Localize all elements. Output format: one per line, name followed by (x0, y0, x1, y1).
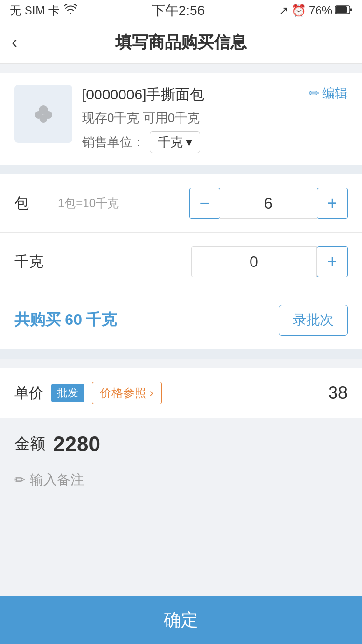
product-card: 智计 [0000006]手撕面包 现存0千克 可用0千克 销售单位： 千克 ▾ … (0, 73, 362, 165)
unit-select[interactable]: 千克 ▾ (150, 131, 200, 153)
battery-label: 76% (309, 4, 332, 17)
bao-input-section: 包 1包=10千克 − + 千克 + (0, 174, 362, 291)
dropdown-icon: ▾ (186, 135, 192, 150)
product-info: [0000006]手撕面包 现存0千克 可用0千克 销售单位： 千克 ▾ (82, 85, 348, 153)
batch-button[interactable]: 录批次 (279, 305, 348, 336)
separator-2 (0, 349, 362, 359)
bao-input-row: 包 1包=10千克 − + (0, 174, 362, 233)
price-label: 单价 (14, 383, 43, 403)
location-icon: ↗ (279, 4, 289, 17)
note-text: 输入备注 (30, 471, 84, 489)
wifi-icon (64, 4, 77, 17)
svg-rect-2 (336, 6, 347, 13)
sim-label: 无 SIM 卡 (10, 3, 60, 18)
edit-button[interactable]: ✏ 编辑 (309, 85, 348, 102)
confirm-button[interactable]: 确定 (0, 596, 362, 644)
page-title: 填写商品购买信息 (115, 31, 247, 54)
bao-stepper: − + (189, 188, 348, 219)
total-quantity: 60 (65, 311, 82, 328)
price-value: 38 (328, 383, 348, 403)
price-row: 单价 批发 价格参照 › 38 (14, 382, 348, 404)
price-section: 单价 批发 价格参照 › 38 (0, 368, 362, 418)
status-time: 下午2:56 (152, 1, 205, 20)
kg-stepper: + (191, 246, 348, 277)
total-text: 共购买 60 千克 (14, 309, 117, 331)
separator-1 (0, 165, 362, 174)
price-ref-button[interactable]: 价格参照 › (92, 382, 162, 404)
price-tag: 批发 (51, 384, 84, 402)
status-right: ↗ ⏰ 76% (279, 4, 352, 17)
product-name: [0000006]手撕面包 (82, 85, 348, 105)
status-left: 无 SIM 卡 (10, 3, 77, 18)
back-button[interactable]: ‹ (12, 32, 17, 53)
product-stock: 现存0千克 可用0千克 (82, 110, 348, 126)
amount-value: 2280 (53, 432, 100, 456)
kg-input-row: 千克 + (0, 233, 362, 291)
alarm-icon: ⏰ (292, 4, 306, 17)
status-bar: 无 SIM 卡 下午2:56 ↗ ⏰ 76% (0, 0, 362, 21)
kg-plus-button[interactable]: + (317, 246, 348, 277)
kg-input[interactable] (191, 246, 317, 277)
amount-row: 金额 2280 (14, 432, 348, 456)
note-row[interactable]: ✏ 输入备注 (14, 466, 348, 494)
svg-rect-1 (350, 8, 352, 11)
edit-icon: ✏ (309, 86, 320, 101)
bao-label: 包 (14, 194, 53, 213)
nav-bar: ‹ 填写商品购买信息 (0, 21, 362, 64)
bao-input[interactable] (220, 188, 317, 219)
bao-plus-button[interactable]: + (317, 188, 348, 219)
amount-label: 金额 (14, 434, 45, 455)
bao-minus-button[interactable]: − (189, 188, 220, 219)
kg-label: 千克 (14, 252, 53, 272)
product-unit-row: 销售单位： 千克 ▾ (82, 131, 348, 153)
bao-hint: 1包=10千克 (58, 196, 189, 211)
product-image: 智计 (14, 85, 72, 143)
edit-note-icon: ✏ (14, 473, 25, 488)
total-row: 共购买 60 千克 录批次 (0, 291, 362, 349)
battery-icon (335, 4, 352, 17)
svg-text:智计: 智计 (39, 116, 48, 122)
